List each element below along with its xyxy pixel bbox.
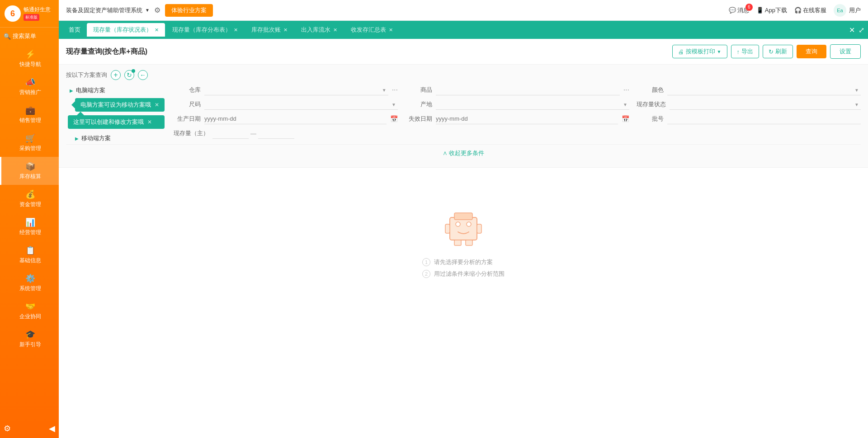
prod-date-calendar-icon[interactable]: 📅 <box>390 115 398 122</box>
notification-btn[interactable]: 💬 消息 6 <box>729 6 749 14</box>
search-btn[interactable]: 查询 <box>797 45 826 58</box>
template-print-btn[interactable]: 🖨 按模板打印 ▼ <box>672 45 727 58</box>
tab-in-out-flow[interactable]: 出入库流水 ✕ <box>295 23 344 37</box>
exp-date-input[interactable] <box>436 113 618 124</box>
support-icon: 🎧 <box>794 7 802 14</box>
sidebar-item-basic[interactable]: 📋 基础信息 <box>0 241 59 269</box>
enterprise-icon: 🤝 <box>25 301 35 311</box>
svg-rect-4 <box>445 224 450 233</box>
scheme-list: ▶ 电脑端方案 电脑方案可设为移动方案哦 ✕ 这里可以创建和修改方案哦 ✕ <box>66 85 165 144</box>
arrow-right-icon2: ▶ <box>75 136 79 141</box>
tab-inventory-status[interactable]: 现存量（库存状况表） ✕ <box>87 23 165 37</box>
export-btn[interactable]: ↑ 导出 <box>731 45 760 58</box>
goods-more-icon[interactable]: ··· <box>623 86 629 94</box>
tab-close-receive-summary[interactable]: ✕ <box>389 27 393 33</box>
tab-home[interactable]: 首页 <box>62 23 87 37</box>
tooltip-desktop-wrapper: 电脑方案可设为移动方案哦 ✕ <box>75 98 165 112</box>
sidebar-item-search-menu[interactable]: 🔍 搜索菜单 <box>0 28 59 45</box>
sidebar-bottom: ⚙ ◀ <box>0 419 59 438</box>
empty-state: 1 请先选择要分析的方案 2 用过滤条件来缩小分析范围 <box>59 168 868 318</box>
svg-rect-7 <box>466 240 472 245</box>
arrow-right-icon: ▶ <box>70 88 73 93</box>
main-content: 现存量查询(按仓库+商品) 🖨 按模板打印 ▼ ↑ 导出 ↻ 刷新 查询 设置 … <box>59 39 868 438</box>
filter-batch-no: 批号 <box>637 113 861 124</box>
sidebar-item-purchase[interactable]: 🛒 采购管理 <box>0 129 59 157</box>
sidebar-item-system[interactable]: ⚙️ 系统管理 <box>0 269 59 297</box>
app-selector[interactable]: 装备及固定资产辅助管理系统 ▼ <box>66 6 150 14</box>
size-select-wrapper <box>204 99 398 110</box>
stock-qty-max-input[interactable] <box>258 128 294 139</box>
filter-add-btn[interactable]: + <box>111 70 121 80</box>
stock-status-select[interactable] <box>670 99 861 110</box>
svg-rect-0 <box>450 217 477 240</box>
filter-refresh-btn[interactable]: ↻ <box>124 70 134 80</box>
purchase-icon: 🛒 <box>25 133 35 143</box>
stock-qty-range: — <box>212 128 398 139</box>
tab-close-batch-ledger[interactable]: ✕ <box>283 27 288 33</box>
filter-header: 按以下方案查询 + ↻ ← <box>66 70 861 80</box>
tooltip-desktop: 电脑方案可设为移动方案哦 ✕ <box>75 98 165 112</box>
tab-close-in-out-flow[interactable]: ✕ <box>333 27 337 33</box>
app-download-btn[interactable]: 📱 App下载 <box>756 6 787 14</box>
filter-row-4: 现存量（主） — <box>174 128 861 139</box>
tab-batch-ledger[interactable]: 库存批次账 ✕ <box>245 23 294 37</box>
svg-rect-6 <box>454 240 461 245</box>
page-actions: 🖨 按模板打印 ▼ ↑ 导出 ↻ 刷新 查询 设置 <box>672 44 861 59</box>
collapse-bar[interactable]: ∧ 收起更多条件 <box>66 144 861 162</box>
prod-date-input[interactable] <box>204 113 387 124</box>
user-area[interactable]: Ea 用户 <box>834 4 861 17</box>
sidebar-item-sales[interactable]: 💼 销售管理 <box>0 101 59 129</box>
sidebar-item-finance[interactable]: 💰 资金管理 <box>0 185 59 213</box>
tooltip-desktop-close[interactable]: ✕ <box>155 102 159 108</box>
origin-select-wrapper <box>436 99 629 110</box>
sidebar-collapse-icon[interactable]: ◀ <box>49 424 55 433</box>
settings-gear-icon[interactable]: ⚙ <box>4 424 11 433</box>
tab-receive-summary[interactable]: 收发存汇总表 ✕ <box>344 23 399 37</box>
tab-inventory-dist[interactable]: 现存量（库存分布表） ✕ <box>166 23 244 37</box>
system-icon: ⚙️ <box>25 273 35 283</box>
filter-form-container: 仓库 ··· 商品 ··· <box>174 85 861 139</box>
sidebar-item-newbie[interactable]: 🎓 新手引导 <box>0 325 59 353</box>
refresh-btn[interactable]: ↻ 刷新 <box>763 45 793 58</box>
marketing-icon: 📣 <box>25 77 35 87</box>
tooltip-scheme-wrapper: 这里可以创建和修改方案哦 ✕ <box>68 115 165 129</box>
scheme-desktop[interactable]: ▶ 电脑端方案 <box>66 85 165 96</box>
finance-icon: 💰 <box>25 189 35 199</box>
scheme-mobile[interactable]: ▶ 移动端方案 <box>66 132 165 144</box>
color-select[interactable] <box>667 85 861 95</box>
online-support-btn[interactable]: 🎧 在线客服 <box>794 6 826 14</box>
color-select-wrapper <box>667 85 861 95</box>
tooltip-scheme-close[interactable]: ✕ <box>147 119 152 125</box>
print-icon: 🖨 <box>678 48 684 55</box>
reset-btn[interactable]: 设置 <box>830 44 861 59</box>
tab-close-inventory-dist[interactable]: ✕ <box>234 27 238 33</box>
tab-expand-btn[interactable]: ⤢ <box>859 26 864 34</box>
origin-select[interactable] <box>436 99 629 110</box>
warehouse-select[interactable] <box>204 85 388 95</box>
tab-close-all-btn[interactable]: ✕ <box>849 26 855 34</box>
top-header: 装备及固定资产辅助管理系统 ▼ ⚙ 体验行业方案 💬 消息 6 📱 App下载 … <box>59 0 868 21</box>
size-select[interactable] <box>204 99 398 110</box>
sidebar-item-inventory[interactable]: 📦 库存核算 <box>0 157 59 185</box>
exp-date-calendar-icon[interactable]: 📅 <box>622 115 629 122</box>
logo-text: 畅通好生意 标准版 <box>24 6 51 21</box>
settings-icon[interactable]: ⚙ <box>154 6 160 14</box>
sidebar-item-enterprise[interactable]: 🤝 企业协同 <box>0 297 59 325</box>
sidebar-item-quick-nav[interactable]: ⚡ 快捷导航 <box>0 45 59 73</box>
stock-qty-min-input[interactable] <box>212 128 249 139</box>
basic-icon: 📋 <box>25 245 35 255</box>
trial-button[interactable]: 体验行业方案 <box>165 4 213 17</box>
sales-icon: 💼 <box>25 105 35 115</box>
warehouse-more-icon[interactable]: ··· <box>392 86 398 94</box>
tab-close-inventory-status[interactable]: ✕ <box>155 27 159 33</box>
filter-back-btn[interactable]: ← <box>138 70 148 80</box>
batch-no-input[interactable] <box>667 113 861 124</box>
sidebar-item-marketing[interactable]: 📣 营销推广 <box>0 73 59 101</box>
goods-input[interactable] <box>436 85 620 95</box>
sidebar-item-operations[interactable]: 📊 经营管理 <box>0 213 59 241</box>
dropdown-icon: ▼ <box>145 8 150 13</box>
svg-rect-5 <box>477 224 481 233</box>
filter-row-3: 生产日期 📅 失效日期 📅 批号 <box>174 113 861 124</box>
stock-status-select-wrapper <box>670 99 861 110</box>
filter-stock-status: 现存量状态 <box>637 99 861 110</box>
